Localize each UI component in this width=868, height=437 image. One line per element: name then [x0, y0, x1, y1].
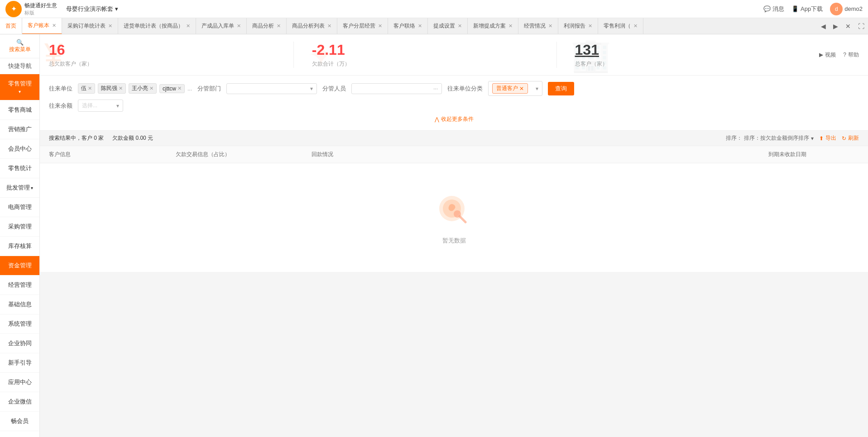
credit-total-bg-icon: ✦ [307, 36, 335, 74]
tab-next-icon[interactable]: ▶ [830, 23, 842, 30]
stats-bar: ¥ 16 总欠款客户（家） ✦ -2.11 欠款合计（万） 🏢 131 [40, 34, 868, 76]
tab-home[interactable]: 首页 [0, 18, 22, 34]
logo-icon: ✦ [5, 1, 22, 17]
sidebar-search[interactable]: 🔍 搜索菜单 [0, 34, 39, 58]
top-bar-left: ✦ 畅捷通好生意 标版 母婴行业演示帐套 ▾ [5, 1, 118, 17]
close-tab-customer-segment[interactable]: ✕ [378, 23, 382, 29]
table-col-repayment: 回款情况 [312, 151, 768, 158]
sidebar-item-enterprise-collab[interactable]: 企业协同 [0, 334, 39, 353]
export-button[interactable]: ⬆ 导出 [819, 134, 836, 142]
app-download-button[interactable]: 📱 App下载 [791, 5, 823, 13]
tab-retail-profit[interactable]: 零售利润（ ✕ [598, 18, 643, 34]
ellipsis-icon: ··· [433, 86, 438, 92]
sidebar-quick-nav[interactable]: 快捷导航 [0, 58, 39, 74]
more-tags-button[interactable]: ... [187, 86, 192, 92]
refresh-button[interactable]: ↻ 刷新 [842, 134, 859, 142]
sidebar-item-vip-member[interactable]: 畅会员 [0, 412, 39, 431]
close-tab-profit-report[interactable]: ✕ [588, 23, 592, 29]
remove-unit-class-tag[interactable]: ✕ [519, 86, 524, 92]
sidebar-item-ecommerce[interactable]: 电商管理 [0, 198, 39, 217]
tab-profit-report[interactable]: 利润报告 ✕ [558, 18, 598, 34]
close-tab-product-inbound[interactable]: ✕ [237, 23, 241, 29]
user-avatar[interactable]: d demo2 [830, 3, 863, 15]
sidebar-item-basic-info[interactable]: 基础信息 [0, 295, 39, 314]
sidebar-item-operation-mgmt[interactable]: 经营管理 [0, 276, 39, 295]
chevron-down-icon: ▾ [310, 86, 313, 92]
tab-fullscreen-icon[interactable]: ⛶ [854, 23, 868, 30]
sidebar-item-member-center[interactable]: 会员中心 [0, 139, 39, 159]
close-tab-new-promotion[interactable]: ✕ [508, 23, 513, 29]
dept-select[interactable]: ▾ [226, 83, 317, 94]
content-area: ¥ 16 总欠款客户（家） ✦ -2.11 欠款合计（万） 🏢 131 [40, 34, 868, 437]
sidebar-item-enterprise-wechat[interactable]: 企业微信 [0, 392, 39, 412]
nav-tabs: 首页 客户账本 ✕ 采购订单统计表 ✕ 进货单统计表（按商品） ✕ 产成品入库单… [0, 18, 868, 34]
table-wrapper: 客户信息 欠款交易信息（占比） 回款情况 到期未收款日期 [40, 146, 868, 272]
tab-product-analysis-list[interactable]: 商品分析列表 ✕ [287, 18, 337, 34]
sidebar-item-marketing[interactable]: 营销推广 [0, 120, 39, 139]
remove-tag-wang[interactable]: ✕ [149, 86, 153, 91]
export-icon: ⬆ [819, 135, 824, 142]
close-tab-customer-contact[interactable]: ✕ [418, 23, 422, 29]
tab-close-all-icon[interactable]: ✕ [842, 23, 854, 30]
tab-customer-contact[interactable]: 客户联络 ✕ [388, 18, 428, 34]
table-header: 客户信息 欠款交易信息（占比） 回款情况 到期未收款日期 [40, 146, 868, 163]
close-tab-product-analysis-list[interactable]: ✕ [327, 23, 331, 29]
close-tab-operation[interactable]: ✕ [548, 23, 552, 29]
tab-product-inbound[interactable]: 产成品入库单 ✕ [196, 18, 247, 34]
filter-row-2: 往来余额 选择... ▾ [49, 100, 859, 112]
person-select[interactable]: ··· [351, 83, 442, 94]
filter-tag-chen: 陈民强 ✕ [98, 83, 126, 94]
main-layout: 🔍 搜索菜单 快捷导航 零售管理 ▾ 零售商城 营销推广 会员中心 零售统计 批… [0, 34, 868, 437]
remove-tag-cjttcw[interactable]: ✕ [177, 86, 182, 91]
collapse-filters-button[interactable]: ⋀ 收起更多条件 [49, 115, 859, 123]
query-button[interactable]: 查询 [548, 82, 574, 95]
refresh-icon: ↻ [842, 135, 846, 142]
unit-class-select[interactable]: 普通客户 ✕ ▾ [488, 81, 542, 96]
table-col-customer-info: 客户信息 [49, 151, 176, 158]
sort-select[interactable]: 排序： 排序：按欠款金额倒序排序 ▾ [726, 134, 814, 142]
sidebar-item-capital-mgmt[interactable]: 资金管理 [0, 256, 39, 276]
sidebar-item-inventory[interactable]: 库存核算 [0, 237, 39, 256]
sort-icon: 排序： [726, 134, 742, 142]
balance-select[interactable]: 选择... ▾ [78, 100, 123, 112]
message-button[interactable]: 💬 消息 [763, 5, 784, 13]
sidebar-item-system-mgmt[interactable]: 系统管理 [0, 314, 39, 334]
account-selector[interactable]: 母婴行业演示帐套 ▾ [66, 5, 118, 13]
tab-product-analysis[interactable]: 商品分析 ✕ [247, 18, 287, 34]
sidebar-item-newbie-guide[interactable]: 新手引导 [0, 353, 39, 373]
tab-prev-icon[interactable]: ◀ [817, 23, 830, 30]
total-customers-bg-icon: 🏢 [571, 36, 611, 74]
tab-customer-segment[interactable]: 客户分层经营 ✕ [337, 18, 388, 34]
tab-operation-status[interactable]: 经营情况 ✕ [518, 18, 558, 34]
close-tab-customer-accounts[interactable]: ✕ [52, 23, 56, 28]
remove-tag-wu[interactable]: ✕ [88, 86, 92, 91]
remove-tag-chen[interactable]: ✕ [119, 86, 123, 91]
video-help-button[interactable]: ▶ 视频 [819, 51, 836, 59]
help-button[interactable]: ? 帮助 [843, 51, 859, 59]
filter-bar: 往来单位 伍 ✕ 陈民强 ✕ 王小亮 ✕ [40, 76, 868, 131]
top-bar-right: 💬 消息 📱 App下载 d demo2 [763, 3, 863, 15]
empty-state: 暂无数据 [40, 163, 868, 272]
tab-inbound-stats[interactable]: 进货单统计表（按商品） ✕ [118, 18, 196, 34]
chevron-down-icon: ▾ [811, 135, 814, 142]
close-tab-inbound[interactable]: ✕ [186, 23, 190, 29]
search-icon: 🔍 [16, 39, 24, 46]
empty-svg-icon [434, 190, 475, 231]
results-bar: 搜索结果中，客户 0 家 欠款金额 0.00 元 排序： 排序：按欠款金额倒序排… [40, 131, 868, 146]
sidebar-item-purchase-mgmt[interactable]: 采购管理 [0, 217, 39, 237]
tab-customer-accounts[interactable]: 客户账本 ✕ [22, 18, 62, 34]
close-tab-purchase-order[interactable]: ✕ [108, 23, 112, 29]
tab-purchase-order-stats[interactable]: 采购订单统计表 ✕ [62, 18, 118, 34]
sidebar-item-retail-mgmt[interactable]: 零售管理 ▾ [0, 74, 39, 100]
close-tab-promotion-settings[interactable]: ✕ [458, 23, 462, 29]
close-tab-retail-profit[interactable]: ✕ [633, 23, 638, 29]
sidebar-item-wholesale-mgmt[interactable]: 批发管理 ▾ [0, 178, 39, 198]
sidebar-item-retail-stats[interactable]: 零售统计 [0, 159, 39, 178]
sidebar-item-app-center[interactable]: 应用中心 [0, 373, 39, 392]
sidebar-item-retail-mall[interactable]: 零售商城 [0, 100, 39, 120]
tab-promotion-settings[interactable]: 提成设置 ✕ [428, 18, 468, 34]
credit-customers-bg-icon: ¥ [44, 36, 62, 73]
close-tab-product-analysis[interactable]: ✕ [277, 23, 281, 29]
filter-tag-wang: 王小亮 ✕ [129, 83, 157, 94]
tab-new-promotion[interactable]: 新增提成方案 ✕ [468, 18, 518, 34]
